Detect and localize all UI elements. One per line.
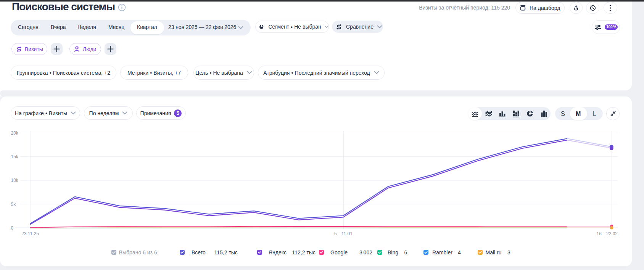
- svg-text:23.11.25: 23.11.25: [21, 231, 39, 236]
- svg-text:20k: 20k: [11, 130, 19, 136]
- svg-text:15k: 15k: [11, 154, 19, 159]
- svg-text:5k: 5k: [11, 202, 16, 207]
- svg-text:5—11.01: 5—11.01: [334, 231, 353, 236]
- svg-text:10k: 10k: [11, 178, 19, 183]
- svg-text:0: 0: [11, 225, 14, 231]
- svg-text:16—22.02: 16—22.02: [597, 231, 618, 236]
